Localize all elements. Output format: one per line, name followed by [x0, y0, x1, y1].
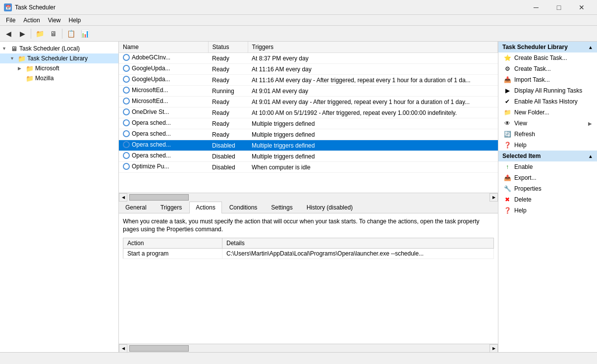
toolbar-view2[interactable]: 📋 [64, 27, 77, 40]
maximize-button[interactable]: □ [547, 0, 570, 15]
action-display-running[interactable]: ▶ Display All Running Tasks [498, 85, 597, 96]
task-cell-name: MicrosoftEd... [119, 86, 208, 97]
task-list-hscroll[interactable]: ◀ ▶ [119, 193, 498, 202]
menu-view[interactable]: View [44, 16, 65, 25]
export-icon: 📤 [503, 174, 511, 182]
task-cell-status: Ready [208, 64, 248, 75]
hscroll-left[interactable]: ◀ [119, 193, 127, 202]
view-icon: 👁 [503, 119, 511, 127]
action-enable-history[interactable]: ✔ Enable All Tasks History [498, 96, 597, 107]
selected-header-label: Selected Item [502, 153, 541, 159]
hscroll-thumb[interactable] [129, 194, 189, 201]
task-cell-name: GoogleUpda... [119, 64, 208, 75]
action-properties[interactable]: 🔧 Properties [498, 183, 597, 194]
action-properties-label: Properties [514, 185, 542, 192]
action-create-task[interactable]: ⚙ Create Task... [498, 63, 597, 74]
action-col-action: Action [123, 238, 222, 249]
toolbar-open-folder[interactable]: 📁 [33, 27, 46, 40]
col-name[interactable]: Name [119, 42, 208, 53]
tree-library[interactable]: ▼ 📁 Task Scheduler Library [0, 53, 118, 63]
tab-content-actions: When you create a task, you must specify… [119, 213, 498, 344]
clock-icon [123, 98, 130, 104]
selected-section-header[interactable]: Selected Item ▲ [498, 151, 597, 161]
task-row[interactable]: MicrosoftEd...ReadyAt 9:01 AM every day … [119, 97, 498, 107]
action-table: Action Details Start a program C:\Users\… [123, 238, 494, 259]
toolbar-forward[interactable]: ▶ [16, 27, 29, 40]
action-help-selected-label: Help [514, 207, 527, 214]
action-export[interactable]: 📤 Export... [498, 172, 597, 183]
task-row[interactable]: Opera sched...ReadyMultiple triggers def… [119, 129, 498, 140]
hscroll-track[interactable] [127, 193, 489, 202]
task-row[interactable]: MicrosoftEd...RunningAt 9:01 AM every da… [119, 86, 498, 97]
task-row[interactable]: AdobeGCInv...ReadyAt 8:37 PM every day [119, 53, 498, 64]
task-row[interactable]: Opera sched...DisabledMultiple triggers … [119, 140, 498, 151]
action-view-label: View [514, 120, 527, 127]
menu-file[interactable]: File [2, 16, 19, 25]
tab-actions[interactable]: Actions [189, 202, 221, 213]
action-row[interactable]: Start a program C:\Users\Martin\AppData\… [123, 249, 494, 259]
tree-folder-icon: 📁 [18, 54, 26, 62]
window-title: Task Scheduler [15, 4, 55, 11]
task-row[interactable]: GoogleUpda...ReadyAt 11:16 AM every day … [119, 75, 498, 86]
task-cell-trigger: Multiple triggers defined [248, 118, 498, 129]
tree-library-label: Task Scheduler Library [27, 55, 88, 62]
task-cell-name: AdobeGCInv... [119, 53, 208, 64]
tab-triggers[interactable]: Triggers [154, 202, 189, 213]
action-help-selected[interactable]: ❓ Help [498, 205, 597, 216]
task-row[interactable]: Opera sched...ReadyMultiple triggers def… [119, 118, 498, 129]
toolbar-separator-1 [31, 29, 31, 39]
task-cell-trigger: At 8:37 PM every day [248, 53, 498, 64]
task-cell-status: Disabled [208, 151, 248, 162]
task-cell-name: Opera sched... [119, 118, 208, 129]
tree-root[interactable]: ▼ 🖥 Task Scheduler (Local) [0, 44, 118, 53]
action-import-task[interactable]: 📥 Import Task... [498, 74, 597, 85]
task-cell-trigger: When computer is idle [248, 162, 498, 173]
tree-mozilla[interactable]: 📁 Mozilla [0, 73, 118, 83]
tree-mozilla-label: Mozilla [35, 75, 54, 82]
tree-microsoft-label: Microsoft [35, 65, 59, 72]
task-row[interactable]: Optimize Pu...DisabledWhen computer is i… [119, 162, 498, 173]
bottom-hscroll-track[interactable] [127, 344, 489, 353]
task-cell-trigger: Multiple triggers defined [248, 129, 498, 140]
action-refresh[interactable]: 🔄 Refresh [498, 129, 597, 140]
clock-icon [123, 54, 130, 61]
actions-description: When you create a task, you must specify… [123, 217, 494, 234]
close-button[interactable]: ✕ [570, 0, 593, 15]
toolbar-view3[interactable]: 📊 [78, 27, 91, 40]
hscroll-right[interactable]: ▶ [489, 193, 498, 202]
toolbar: ◀ ▶ 📁 🖥 📋 📊 [0, 26, 597, 42]
bottom-hscroll-right[interactable]: ▶ [489, 344, 498, 353]
tab-general[interactable]: General [119, 202, 153, 213]
action-view[interactable]: 👁 View ▶ [498, 118, 597, 129]
tree-microsoft[interactable]: ▶ 📁 Microsoft [0, 63, 118, 73]
bottom-hscroll-thumb[interactable] [129, 345, 189, 352]
library-section-header[interactable]: Task Scheduler Library ▲ [498, 42, 597, 52]
toolbar-back[interactable]: ◀ [2, 27, 15, 40]
bottom-hscroll-left[interactable]: ◀ [119, 344, 127, 353]
action-enable[interactable]: ↑ Enable [498, 161, 597, 172]
action-new-folder-label: New Folder... [514, 109, 549, 116]
properties-icon: 🔧 [503, 185, 511, 193]
task-row[interactable]: GoogleUpda...ReadyAt 11:16 AM every day [119, 64, 498, 75]
bottom-hscroll[interactable]: ◀ ▶ [119, 344, 498, 352]
tab-conditions[interactable]: Conditions [223, 202, 264, 213]
task-row[interactable]: OneDrive St...ReadyAt 10:00 AM on 5/1/19… [119, 107, 498, 118]
task-cell-name: OneDrive St... [119, 107, 208, 118]
menu-action[interactable]: Action [19, 16, 44, 25]
task-row[interactable]: Opera sched...DisabledMultiple triggers … [119, 151, 498, 162]
status-bar [0, 352, 597, 364]
action-create-basic[interactable]: ⭐ Create Basic Task... [498, 52, 597, 63]
tab-settings[interactable]: Settings [265, 202, 299, 213]
menu-help[interactable]: Help [65, 16, 85, 25]
col-status[interactable]: Status [208, 42, 248, 53]
task-cell-status: Ready [208, 97, 248, 107]
col-triggers[interactable]: Triggers [248, 42, 498, 53]
toolbar-view1[interactable]: 🖥 [47, 27, 60, 40]
action-help-library[interactable]: ❓ Help [498, 140, 597, 151]
tab-history[interactable]: History (disabled) [300, 202, 359, 213]
task-cell-trigger: At 9:01 AM every day [248, 86, 498, 97]
action-new-folder[interactable]: 📁 New Folder... [498, 107, 597, 118]
create-task-icon: ⚙ [503, 65, 511, 73]
minimize-button[interactable]: ─ [525, 0, 547, 15]
action-delete[interactable]: ✖ Delete [498, 194, 597, 205]
